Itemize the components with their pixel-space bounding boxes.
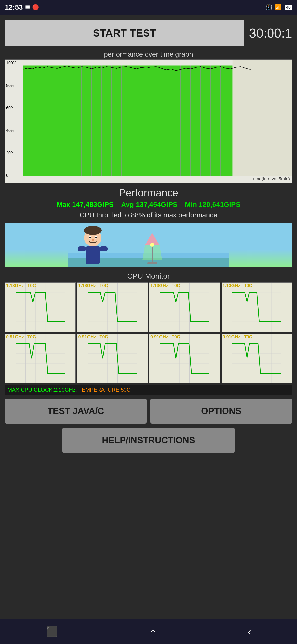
cpu-core-7-graph [149,334,220,383]
options-button[interactable]: OPTIONS [150,398,292,424]
cpu-core-6: 0.91GHz T0C [77,334,148,383]
graph-chart [23,60,292,176]
character-area [5,223,292,268]
svg-rect-29 [88,282,137,332]
timer-display: 30:00:1 [249,26,292,40]
nav-home-icon[interactable]: ⌂ [150,626,156,637]
cpu-core-3: 1.13GHz T0C [149,282,220,332]
bottom-spacer [5,458,292,532]
cpu-max-clock-label: MAX CPU CLOCK:2.10GHz, [8,387,77,393]
stat-max: Max 147,483GIPS [57,201,114,209]
cpu-core-2-graph [78,282,148,332]
svg-point-19 [150,243,154,247]
graph-y-labels: 100% 80% 60% 40% 20% 0 [5,60,23,183]
top-row: START TEST 30:00:1 [5,20,292,46]
svg-rect-2 [23,66,233,176]
wifi-icon: 📶 [275,4,282,11]
cpu-core-8-label: 0.91GHz T0C [223,334,252,340]
svg-rect-56 [16,334,65,383]
cpu-core-2: 1.13GHz T0C [77,282,148,332]
cpu-bottom-grid: 0.91GHz T0C 0.91GHz T0C [5,334,292,383]
svg-rect-20 [16,282,65,332]
y-label-60: 60% [6,106,22,110]
cpu-core-1: 1.13GHz T0C [5,282,76,332]
svg-rect-74 [160,334,209,383]
status-icons-area: 📳 📶 40 [265,4,292,11]
performance-stats: Max 147,483GIPS Avg 137,454GIPS Min 120,… [5,201,292,209]
cpu-top-grid: 1.13GHz T0C 1.13GHz [5,282,292,332]
cpu-core-8-graph [222,334,292,383]
cpu-core-4: 1.13GHz T0C [221,282,292,332]
graph-x-label: time(interval 5min) [253,176,290,182]
cpu-core-8: 0.91GHz T0C [221,334,292,383]
notification-icon: 🔴 [32,4,39,11]
cpu-core-5-graph [5,334,76,383]
help-instructions-button[interactable]: HELP/INSTRUCTIONS [62,428,235,453]
stat-avg: Avg 137,454GIPS [121,201,177,209]
cpu-core-5-label: 0.91GHz T0C [6,334,36,340]
cpu-core-5: 0.91GHz T0C [5,334,76,383]
battery-icon: 40 [285,5,292,10]
cpu-core-7-label: 0.91GHz T0C [150,334,180,340]
status-time: 12:53 [5,4,23,11]
vibrate-icon: 📳 [265,4,272,11]
svg-rect-15 [78,246,86,252]
svg-point-11 [89,237,91,238]
svg-rect-3 [233,60,292,176]
nav-back-icon[interactable]: ‹ [248,626,251,637]
cpu-core-3-graph [149,282,220,332]
y-label-100: 100% [6,61,22,65]
graph-title: performance over time graph [5,50,292,58]
y-label-40: 40% [6,128,22,133]
start-test-button[interactable]: START TEST [5,20,244,46]
cpu-core-1-graph [5,282,76,332]
test-javac-button[interactable]: TEST JAVA/C [5,398,147,424]
svg-rect-38 [160,282,209,332]
y-label-0: 0 [6,173,22,178]
cpu-core-3-label: 1.13GHz T0C [150,283,180,288]
mail-icon: ✉ [25,4,30,11]
status-bar: 12:53 ✉ 🔴 📳 📶 40 [0,0,297,15]
graph-area: 100% 80% 60% 40% 20% 0 [5,59,292,183]
status-time-area: 12:53 ✉ 🔴 [5,4,39,11]
performance-title: Performance [5,187,292,199]
svg-rect-18 [147,262,157,264]
cpu-core-4-label: 1.13GHz T0C [223,283,252,288]
nav-recent-apps-icon[interactable]: ⬛ [46,626,58,638]
svg-point-13 [92,239,94,241]
cpu-monitor-title: CPU Monitor [5,272,292,280]
main-content: START TEST 30:00:1 performance over time… [0,15,297,534]
y-label-80: 80% [6,83,22,88]
cpu-core-1-label: 1.13GHz T0C [6,283,36,288]
cpu-core-2-label: 1.13GHz T0C [79,283,108,288]
cpu-core-7: 0.91GHz T0C [149,334,220,383]
bottom-nav: ⬛ ⌂ ‹ [0,619,297,644]
svg-point-8 [84,226,102,235]
y-label-20: 20% [6,151,22,155]
svg-rect-16 [100,246,108,252]
svg-point-12 [95,237,97,238]
throttle-text: CPU throttled to 88% of its max performa… [5,211,292,219]
cpu-core-4-graph [222,282,292,332]
svg-rect-14 [86,246,100,264]
performance-graph-svg [23,60,292,176]
cpu-bottom-stats: MAX CPU CLOCK:2.10GHz, TEMPERATURE:50C [5,385,292,394]
character-svg [5,223,292,268]
svg-rect-65 [88,334,137,383]
svg-rect-17 [152,245,153,262]
cpu-monitor-section: CPU Monitor 1.13GHz T0C [5,272,292,394]
cpu-core-6-label: 0.91GHz T0C [79,334,108,340]
graph-container: performance over time graph 100% 80% 60%… [5,50,292,183]
performance-section: Performance Max 147,483GIPS Avg 137,454G… [5,187,292,219]
cpu-core-6-graph [78,334,148,383]
svg-rect-83 [232,334,281,383]
svg-rect-47 [232,282,281,332]
action-buttons-row: TEST JAVA/C OPTIONS [5,398,292,424]
cpu-temp-label: TEMPERATURE:50C [79,387,131,393]
stat-min: Min 120,641GIPS [185,201,240,209]
